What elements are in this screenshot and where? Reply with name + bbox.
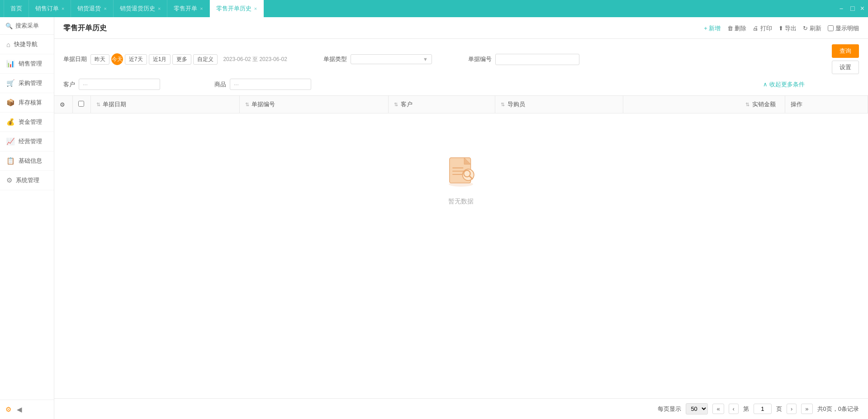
settings-icon: ⚙ [60, 101, 65, 108]
close-tab-retail-order-history[interactable]: × [254, 6, 257, 11]
sidebar-item-label: 采购管理 [19, 79, 42, 87]
next-page-button[interactable]: › [787, 404, 797, 414]
sidebar-search-label: 搜索采单 [15, 22, 39, 30]
sidebar-item-quick-nav[interactable]: ⌂ 快捷导航 [0, 35, 54, 54]
pagination-bar: 每页显示 50 « ‹ 第 页 › » 共0页，0条记录 [54, 398, 868, 419]
content: 零售开单历史 + 新增 🗑 删除 🖨 打印 ⬆ 导出 ↻ 刷新 显示明细 [54, 17, 868, 419]
window-controls: － □ × [838, 4, 864, 14]
filter-customer-item: 客户 ··· [63, 79, 160, 90]
date-btn-7days[interactable]: 近7天 [125, 54, 147, 65]
th-no[interactable]: ⇅ 单据编号 [239, 96, 388, 113]
tab-home[interactable]: 首页 [4, 0, 29, 17]
tab-retail-order-history[interactable]: 零售开单历史 × [210, 0, 264, 17]
refresh-button[interactable]: ↻ 刷新 [803, 24, 821, 33]
last-page-button[interactable]: » [801, 404, 812, 414]
prev-page-button[interactable]: ‹ [729, 404, 739, 414]
sidebar: 🔍 搜索采单 ⌂ 快捷导航 📊 销售管理 🛒 采购管理 📦 库存核算 💰 资金管… [0, 17, 54, 419]
th-action: 操作 [785, 96, 868, 113]
th-customer[interactable]: ⇅ 客户 [389, 96, 495, 113]
date-label: 单据日期 [63, 55, 87, 63]
date-btn-today[interactable]: 今天 [111, 53, 123, 65]
window-minimize[interactable]: － [838, 4, 845, 14]
chevron-down-icon: ▼ [423, 56, 428, 62]
empty-state: 暂无数据 [54, 113, 868, 242]
page-size-label: 每页显示 [658, 405, 681, 413]
no-input[interactable] [495, 54, 579, 65]
close-tab-sales-return-history[interactable]: × [158, 6, 161, 11]
empty-state-row: 暂无数据 [54, 113, 868, 242]
purchase-icon: 🛒 [6, 79, 15, 87]
sort-icon: ⇅ [501, 102, 505, 107]
sidebar-settings-icon[interactable]: ⚙ [5, 405, 11, 414]
th-amount[interactable]: ⇅ 实销金额 [623, 96, 785, 113]
first-page-button[interactable]: « [712, 404, 724, 414]
filter-date-item: 单据日期 昨天 今天 近7天 近1月 更多 自定义 2023-06-02 至 2… [63, 53, 287, 65]
close-tab-sales-return[interactable]: × [104, 6, 106, 11]
sidebar-item-label: 经营管理 [19, 137, 42, 146]
sidebar-item-inventory[interactable]: 📦 库存核算 [0, 93, 54, 113]
data-table: ⚙ ⇅ 单据日期 ⇅ 单据编号 [54, 96, 868, 242]
sidebar-item-system[interactable]: ⚙ 系统管理 [0, 171, 54, 190]
delete-button[interactable]: 🗑 删除 [727, 24, 747, 33]
tab-sales-order[interactable]: 销售订单 × [29, 0, 71, 17]
empty-text: 暂无数据 [448, 198, 474, 206]
date-btn-custom[interactable]: 自定义 [193, 54, 218, 65]
date-buttons: 昨天 今天 近7天 近1月 更多 自定义 [90, 53, 218, 65]
type-select[interactable]: ▼ [351, 54, 432, 64]
sidebar-item-operation[interactable]: 📈 经营管理 [0, 132, 54, 151]
filter-type-item: 单据类型 ▼ [323, 54, 432, 64]
page-input[interactable] [754, 404, 772, 414]
date-btn-more[interactable]: 更多 [172, 54, 191, 65]
query-button[interactable]: 查询 [832, 44, 859, 58]
tab-sales-return[interactable]: 销货退货 × [71, 0, 113, 17]
sidebar-item-basic-info[interactable]: 📋 基础信息 [0, 151, 54, 171]
tab-sales-return-history[interactable]: 销货退货历史 × [114, 0, 167, 17]
operation-icon: 📈 [6, 137, 15, 146]
date-btn-1month[interactable]: 近1月 [149, 54, 171, 65]
sort-icon: ⇅ [96, 102, 100, 107]
sidebar-item-label: 销售管理 [19, 60, 42, 68]
th-settings[interactable]: ⚙ [54, 96, 72, 113]
empty-illustration [441, 150, 481, 190]
tab-retail-order[interactable]: 零售开单 × [167, 0, 209, 17]
sort-icon: ⇅ [394, 102, 398, 107]
sidebar-item-label: 资金管理 [19, 118, 42, 126]
goods-select[interactable]: ··· [230, 79, 311, 90]
close-tab-retail-order[interactable]: × [200, 6, 203, 11]
sidebar-item-label: 快捷导航 [14, 40, 38, 48]
filter-row-1: 单据日期 昨天 今天 近7天 近1月 更多 自定义 2023-06-02 至 2… [63, 44, 859, 74]
customer-placeholder: ··· [83, 81, 88, 88]
page-title-row: 零售开单历史 + 新增 🗑 删除 🖨 打印 ⬆ 导出 ↻ 刷新 显示明细 [63, 24, 859, 33]
sidebar-item-sales[interactable]: 📊 销售管理 [0, 54, 54, 74]
close-tab-sales-order[interactable]: × [62, 6, 64, 11]
type-label: 单据类型 [323, 55, 347, 63]
page-size-select[interactable]: 50 [686, 403, 708, 414]
sidebar-item-label: 系统管理 [16, 176, 39, 184]
add-button[interactable]: + 新增 [704, 24, 721, 33]
th-guide[interactable]: ⇅ 导购员 [495, 96, 623, 113]
settings-button[interactable]: 设置 [832, 61, 859, 74]
th-date[interactable]: ⇅ 单据日期 [90, 96, 239, 113]
window-maximize[interactable]: □ [850, 5, 855, 13]
sort-icon: ⇅ [745, 102, 749, 107]
customer-select[interactable]: ··· [79, 79, 160, 90]
sidebar-item-purchase[interactable]: 🛒 采购管理 [0, 74, 54, 93]
th-checkbox[interactable] [72, 96, 90, 113]
sales-icon: 📊 [6, 60, 15, 68]
sidebar-search[interactable]: 🔍 搜索采单 [0, 17, 54, 35]
window-close[interactable]: × [860, 5, 864, 13]
search-icon: 🔍 [5, 23, 13, 29]
sidebar-collapse-icon[interactable]: ◀ [17, 405, 22, 414]
select-all-checkbox[interactable] [78, 101, 84, 107]
sidebar-item-finance[interactable]: 💰 资金管理 [0, 113, 54, 132]
show-detail-input[interactable] [828, 25, 834, 31]
page-label: 页 [776, 405, 782, 413]
date-btn-yesterday[interactable]: 昨天 [90, 54, 109, 65]
page-label-pre: 第 [743, 405, 749, 413]
goods-placeholder: ··· [234, 81, 239, 88]
inventory-icon: 📦 [6, 99, 15, 107]
print-button[interactable]: 🖨 打印 [753, 24, 772, 33]
collapse-button[interactable]: ∧ 收起更多条件 [763, 80, 805, 89]
export-button[interactable]: ⬆ 导出 [778, 24, 797, 33]
show-detail-checkbox[interactable]: 显示明细 [828, 24, 859, 33]
